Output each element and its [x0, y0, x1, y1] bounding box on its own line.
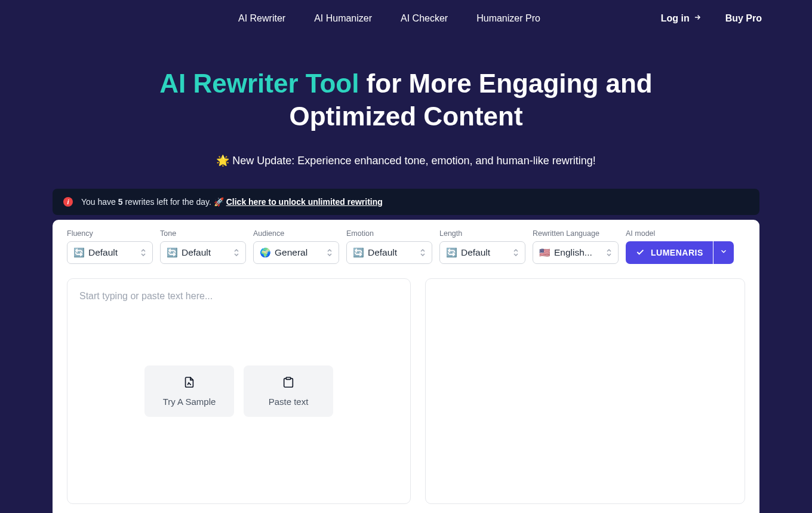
usage-alert: i You have 5 rewrites left for the day. …: [53, 189, 759, 215]
reload-icon: 🔄: [167, 247, 178, 258]
emotion-value: Default: [368, 247, 397, 258]
model-label: AI model: [626, 229, 734, 238]
reload-icon: 🔄: [73, 247, 85, 258]
hero-subhead: 🌟 New Update: Experience enhanced tone, …: [0, 154, 812, 167]
alert-prefix: You have: [81, 197, 118, 207]
reload-icon: 🔄: [446, 247, 457, 258]
nav-link-humanizer-pro[interactable]: Humanizer Pro: [476, 13, 540, 24]
paste-text-button[interactable]: Paste text: [244, 365, 333, 417]
chevron-updown-icon: [512, 248, 520, 257]
buy-pro-link[interactable]: Buy Pro: [725, 13, 762, 24]
chevron-updown-icon: [325, 248, 334, 257]
fluency-label: Fluency: [67, 229, 153, 238]
ai-model-button[interactable]: LUMENARIS: [626, 241, 713, 264]
audience-value: General: [275, 247, 307, 258]
alert-mid: rewrites left for the day. 🚀: [123, 197, 226, 207]
editor-panels: Start typing or paste text here... Try A…: [67, 278, 745, 504]
nav-link-rewriter[interactable]: AI Rewriter: [238, 13, 285, 24]
info-icon: i: [63, 197, 73, 207]
page-title: AI Rewriter Tool for More Engaging and O…: [137, 67, 675, 133]
model-value: LUMENARIS: [651, 248, 703, 257]
ai-model-dropdown[interactable]: [713, 241, 734, 264]
login-label: Log in: [661, 13, 690, 24]
audience-label: Audience: [253, 229, 339, 238]
clipboard-icon: [282, 376, 295, 391]
quick-actions: Try A Sample Paste text: [144, 365, 333, 417]
top-nav: AI Rewriter AI Humanizer AI Checker Huma…: [0, 0, 812, 37]
emotion-label: Emotion: [346, 229, 432, 238]
language-label: Rewritten Language: [533, 229, 619, 238]
audience-select[interactable]: 🌍 General: [253, 241, 339, 264]
arrow-right-icon: [693, 13, 702, 24]
emotion-select[interactable]: 🔄 Default: [346, 241, 432, 264]
reload-icon: 🔄: [353, 247, 364, 258]
document-icon: [183, 376, 196, 391]
alert-text: You have 5 rewrites left for the day. 🚀 …: [81, 197, 383, 207]
language-value: English...: [554, 247, 592, 258]
paste-text-label: Paste text: [269, 397, 309, 407]
svg-rect-0: [286, 377, 290, 380]
chevron-updown-icon: [605, 248, 613, 257]
title-accent: AI Rewriter Tool: [159, 69, 359, 98]
chevron-updown-icon: [232, 248, 241, 257]
tone-label: Tone: [160, 229, 246, 238]
check-icon: [635, 247, 645, 259]
try-sample-button[interactable]: Try A Sample: [144, 365, 234, 417]
hero-headline: AI Rewriter Tool for More Engaging and O…: [0, 67, 812, 133]
login-link[interactable]: Log in: [661, 13, 702, 24]
alert-count: 5: [118, 197, 123, 207]
language-select[interactable]: 🇺🇸 English...: [533, 241, 619, 264]
input-panel[interactable]: Start typing or paste text here... Try A…: [67, 278, 411, 504]
nav-link-humanizer[interactable]: AI Humanizer: [314, 13, 372, 24]
unlock-link[interactable]: Click here to unlock unlimited rewriting: [226, 197, 383, 207]
globe-icon: 🌍: [260, 247, 271, 258]
options-toolbar: Fluency 🔄 Default Tone 🔄 Default: [53, 220, 759, 278]
fluency-value: Default: [88, 247, 118, 258]
fluency-select[interactable]: 🔄 Default: [67, 241, 153, 264]
tone-select[interactable]: 🔄 Default: [160, 241, 246, 264]
chevron-updown-icon: [139, 248, 147, 257]
tone-value: Default: [182, 247, 211, 258]
try-sample-label: Try A Sample: [163, 397, 216, 407]
nav-link-checker[interactable]: AI Checker: [401, 13, 448, 24]
nav-links: AI Rewriter AI Humanizer AI Checker Huma…: [238, 13, 540, 24]
input-placeholder: Start typing or paste text here...: [79, 291, 398, 302]
length-label: Length: [439, 229, 525, 238]
length-value: Default: [461, 247, 490, 258]
flag-us-icon: 🇺🇸: [539, 247, 550, 258]
chevron-updown-icon: [419, 248, 427, 257]
chevron-down-icon: [719, 247, 728, 258]
output-panel: [425, 278, 745, 504]
length-select[interactable]: 🔄 Default: [439, 241, 525, 264]
